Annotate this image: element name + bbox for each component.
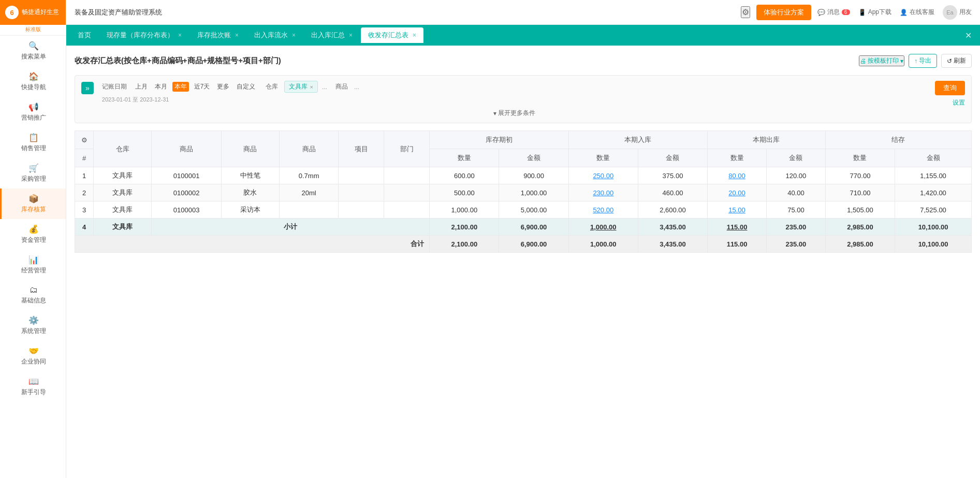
th-warehouse: 仓库 [94,131,152,167]
sidebar-item-marketing[interactable]: 📢 营销推广 [0,97,66,127]
page-content: 收发存汇总表(按仓库+商品编码+商品+规格型号+项目+部门) 🖨 按模板打印 ▾… [66,46,980,478]
warehouse-more-button[interactable]: ... [322,83,327,91]
user-menu[interactable]: Ea 用友 [943,5,972,20]
cell-close-qty: 770.00 [825,167,895,184]
warehouse-tag-value: 文具库 [289,82,308,91]
sidebar-item-newbie[interactable]: 📖 新手引导 [0,371,66,402]
tab-stock-dist-close[interactable]: × [178,32,182,39]
refresh-button[interactable]: ↺ 刷新 [941,54,972,68]
date-opt-cur-month[interactable]: 本月 [153,82,169,92]
cell-no: 2 [75,184,94,201]
date-opt-more[interactable]: 更多 [215,82,231,92]
sidebar-item-finance[interactable]: 💰 资金管理 [0,219,66,250]
date-opt-custom[interactable]: 自定义 [235,82,257,92]
date-range-value: 2023-01-01 至 2023-12-31 [102,96,927,104]
user-avatar: Ea [943,5,957,20]
cell-close-amt: 1,155.00 [895,167,972,184]
cell-in-amt: 2,600.00 [638,201,707,219]
th-settings[interactable]: ⚙ [75,131,94,149]
tab-recv-send[interactable]: 收发存汇总表 × [361,27,423,43]
subtotal-label: 小计 [152,219,430,236]
cell-out-qty[interactable]: 15.00 [708,201,767,219]
sidebar-item-system[interactable]: ⚙️ 系统管理 [0,310,66,341]
warehouse-tag[interactable]: 文具库 × [284,81,317,93]
footer-open-qty: 2,100.00 [430,236,499,253]
cell-spec: 0.7mm [280,167,339,184]
subtotal-close-qty: 2,985.00 [825,219,895,236]
footer-close-amt: 10,100.00 [895,236,972,253]
date-range-options: 上月 本月 本年 近7天 更多 自定义 [133,82,258,92]
tab-home[interactable]: 首页 [70,27,98,43]
table-settings-icon: ⚙ [81,136,87,144]
th-in: 本期入库 [568,131,707,149]
finance-icon: 💰 [28,224,39,234]
tab-recv-send-close[interactable]: × [413,32,416,39]
sidebar-item-purchase[interactable]: 🛒 采购管理 [0,158,66,189]
try-industry-button[interactable]: 体验行业方案 [756,5,811,20]
warehouse-label: 仓库 [266,82,278,91]
purchase-icon: 🛒 [28,163,39,173]
goods-more-button[interactable]: ... [354,83,359,91]
message-badge: 6 [842,9,850,15]
sidebar-item-search[interactable]: 🔍 搜索菜单 [0,36,66,66]
cell-in-amt: 375.00 [638,167,707,184]
footer-in-qty: 1,000.00 [568,236,638,253]
app-download-button[interactable]: 📱 App下载 [858,8,891,17]
subtotal-in-qty: 1,000.00 [568,219,638,236]
cell-open-qty: 500.00 [430,184,499,201]
cell-name: 采访本 [221,201,279,219]
filter-toggle-button[interactable]: » [81,82,94,94]
tab-stock-dist[interactable]: 现存量（库存分布表） × [99,27,189,43]
date-opt-cur-year[interactable]: 本年 [172,82,189,92]
export-button[interactable]: ↑ 导出 [909,54,937,68]
date-opt-7days[interactable]: 近7天 [192,82,212,92]
cell-close-amt: 7,525.00 [895,201,972,219]
message-button[interactable]: 💬 消息 6 [817,8,850,17]
tab-batch-close[interactable]: × [235,32,239,39]
cell-in-qty[interactable]: 520.00 [568,201,638,219]
cell-close-qty: 1,505.00 [825,201,895,219]
tabbar: 首页 现存量（库存分布表） × 库存批次账 × 出入库流水 × 出入库汇总 × … [66,25,980,46]
sidebar-item-operation[interactable]: 📊 经营管理 [0,250,66,280]
message-label: 消息 [827,8,840,17]
cell-out-qty[interactable]: 80.00 [708,167,767,184]
tab-inout-flow[interactable]: 出入库流水 × [247,27,303,43]
warehouse-tag-close[interactable]: × [310,84,313,90]
subtotal-out-amt: 235.00 [766,219,825,236]
tab-inout-summary[interactable]: 出入库汇总 × [304,27,360,43]
sidebar-item-collab[interactable]: 🤝 企业协同 [0,341,66,371]
cell-dept [384,201,430,219]
sidebar-item-basic[interactable]: 🗂 基础信息 [0,280,66,310]
print-button[interactable]: 🖨 按模板打印 ▾ [859,55,904,66]
support-button[interactable]: 👤 在线客服 [900,8,934,17]
footer-out-qty: 115.00 [708,236,767,253]
refresh-icon: ↺ [947,57,952,65]
tabbar-close-all[interactable]: ✕ [961,31,976,40]
date-opt-prev-month[interactable]: 上月 [133,82,150,92]
message-icon: 💬 [817,9,825,16]
filter-bar: » 记账日期 上月 本月 本年 近7天 更多 自定义 [75,75,972,123]
th-project: 项目 [339,131,384,167]
logo-text: 畅捷通好生意 [22,8,59,17]
logo-icon: 6 [5,6,19,19]
tab-inout-summary-close[interactable]: × [349,32,353,39]
search-icon: 🔍 [28,41,39,51]
query-button[interactable]: 查询 [935,81,965,95]
gear-button[interactable]: ⚙ [741,6,750,18]
settings-text-button[interactable]: 设置 [953,98,965,107]
expand-more-button[interactable]: ▾ 展开更多条件 [493,109,535,118]
tab-inout-flow-close[interactable]: × [292,32,296,39]
cell-in-qty[interactable]: 230.00 [568,184,638,201]
cell-out-qty[interactable]: 20.00 [708,184,767,201]
date-label: 记账日期 [102,82,127,91]
cell-out-amt: 40.00 [766,184,825,201]
export-icon: ↑ [914,57,917,65]
tab-batch[interactable]: 库存批次账 × [190,27,246,43]
sidebar-item-inventory[interactable]: 📦 库存核算 [0,189,66,219]
filter-right: 查询 设置 [935,81,965,107]
filter-row: 记账日期 上月 本月 本年 近7天 更多 自定义 仓库 [102,81,927,118]
sidebar-item-quicknav[interactable]: 🏠 快捷导航 [0,66,66,97]
app-label: App下载 [868,8,891,17]
sidebar-item-sales[interactable]: 📋 销售管理 [0,127,66,158]
cell-in-qty[interactable]: 250.00 [568,167,638,184]
